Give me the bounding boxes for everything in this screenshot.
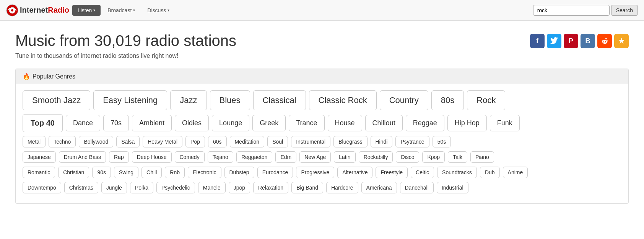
- genre-tag-new-age[interactable]: New Age: [299, 151, 331, 163]
- hero-text: Music from 30,019 radio stations Tune in…: [15, 32, 236, 59]
- genre-tag-soundtracks[interactable]: Soundtracks: [437, 167, 477, 178]
- broadcast-button[interactable]: Broadcast ▾: [102, 5, 140, 16]
- genre-tag-classical[interactable]: Classical: [253, 90, 306, 110]
- genre-tag-piano[interactable]: Piano: [470, 151, 494, 163]
- genre-tag-hip-hop[interactable]: Hip Hop: [447, 115, 487, 131]
- genre-tag-50s[interactable]: 50s: [433, 136, 451, 147]
- search-input[interactable]: [533, 5, 610, 16]
- genre-tag-oldies[interactable]: Oldies: [175, 115, 209, 131]
- genre-tag-trance[interactable]: Trance: [289, 115, 324, 131]
- broadcast-label: Broadcast: [107, 7, 132, 13]
- genre-tag-rnb[interactable]: Rnb: [165, 167, 185, 178]
- genre-tag-dub[interactable]: Dub: [480, 167, 500, 178]
- genre-tag-easy-listening[interactable]: Easy Listening: [93, 90, 167, 110]
- genre-tag-90s[interactable]: 90s: [92, 167, 111, 178]
- genre-tag-chillout[interactable]: Chillout: [365, 115, 403, 131]
- genre-tag-manele[interactable]: Manele: [198, 182, 226, 193]
- genre-tag-jazz[interactable]: Jazz: [170, 90, 207, 110]
- hero-section: Music from 30,019 radio stations Tune in…: [15, 32, 629, 59]
- twitter-icon[interactable]: [547, 34, 561, 48]
- genre-tag-dancehall[interactable]: Dancehall: [400, 182, 434, 193]
- genre-tag-industrial[interactable]: Industrial: [437, 182, 468, 193]
- genre-tag-smooth-jazz[interactable]: Smooth Jazz: [23, 90, 90, 110]
- genre-tag-instrumental[interactable]: Instrumental: [291, 136, 330, 147]
- genre-tag-dance[interactable]: Dance: [66, 115, 100, 131]
- discuss-button[interactable]: Discuss ▾: [142, 5, 175, 16]
- genre-tag-polka[interactable]: Polka: [130, 182, 153, 193]
- genre-tag-techno[interactable]: Techno: [49, 136, 76, 147]
- genre-tag-japanese[interactable]: Japanese: [23, 151, 56, 163]
- genre-tag-alternative[interactable]: Alternative: [337, 167, 372, 178]
- genre-tag-drum-and-bass[interactable]: Drum And Bass: [59, 151, 106, 163]
- listen-button[interactable]: Listen ▾: [72, 5, 101, 16]
- genre-tag-eurodance[interactable]: Eurodance: [257, 167, 293, 178]
- genre-tag-rockabilly[interactable]: Rockabilly: [359, 151, 393, 163]
- genre-tag-meditation[interactable]: Meditation: [230, 136, 265, 147]
- genre-tag-disco[interactable]: Disco: [396, 151, 419, 163]
- star-icon[interactable]: ★: [614, 34, 629, 48]
- genre-tag-progressive[interactable]: Progressive: [296, 167, 334, 178]
- genre-tag-americana[interactable]: Americana: [361, 182, 397, 193]
- genre-tag-rock[interactable]: Rock: [467, 90, 505, 110]
- genre-tag-salsa[interactable]: Salsa: [116, 136, 140, 147]
- genre-tag-soul[interactable]: Soul: [267, 136, 288, 147]
- genre-tag-top-40[interactable]: Top 40: [23, 114, 63, 132]
- genre-tag-deep-house[interactable]: Deep House: [132, 151, 172, 163]
- genre-tag-country[interactable]: Country: [380, 90, 428, 110]
- vk-icon[interactable]: B: [581, 34, 595, 48]
- genre-tag-celtic[interactable]: Celtic: [411, 167, 434, 178]
- genre-tag-relaxation[interactable]: Relaxation: [253, 182, 288, 193]
- genre-tag-freestyle[interactable]: Freestyle: [376, 167, 408, 178]
- search-button[interactable]: Search: [611, 5, 638, 16]
- genre-tag-heavy-metal[interactable]: Heavy Metal: [143, 136, 182, 147]
- genre-tag-dubstep[interactable]: Dubstep: [224, 167, 254, 178]
- discuss-caret: ▾: [168, 8, 169, 12]
- genre-tag-anime[interactable]: Anime: [503, 167, 528, 178]
- genre-tag-swing[interactable]: Swing: [114, 167, 138, 178]
- genres-header: 🔥 Popular Genres: [16, 69, 628, 84]
- genre-tag-psychedelic[interactable]: Psychedelic: [156, 182, 195, 193]
- genre-tag-christmas[interactable]: Christmas: [64, 182, 98, 193]
- genre-tag-metal[interactable]: Metal: [23, 136, 46, 147]
- genre-tag-lounge[interactable]: Lounge: [212, 115, 249, 131]
- genre-tag-christian[interactable]: Christian: [58, 167, 89, 178]
- genre-tag-latin[interactable]: Latin: [334, 151, 355, 163]
- genre-tag-hardcore[interactable]: Hardcore: [326, 182, 358, 193]
- genre-tag-bluegrass[interactable]: Bluegrass: [333, 136, 367, 147]
- genre-tag-jungle[interactable]: Jungle: [101, 182, 127, 193]
- genre-tag-rap[interactable]: Rap: [109, 151, 129, 163]
- genre-tag-romantic[interactable]: Romantic: [23, 167, 55, 178]
- genre-tag-edm[interactable]: Edm: [275, 151, 296, 163]
- genre-tag-blues[interactable]: Blues: [210, 90, 250, 110]
- genre-row-5: DowntempoChristmasJunglePolkaPsychedelic…: [23, 182, 621, 193]
- genre-tag-house[interactable]: House: [328, 115, 362, 131]
- genre-tag-greek[interactable]: Greek: [252, 115, 286, 131]
- genre-tag-comedy[interactable]: Comedy: [175, 151, 205, 163]
- genre-tag-pop[interactable]: Pop: [185, 136, 205, 147]
- genre-tag-60s[interactable]: 60s: [208, 136, 227, 147]
- genre-tag-reggaeton[interactable]: Reggaeton: [236, 151, 273, 163]
- facebook-icon[interactable]: f: [530, 34, 545, 48]
- genre-tag-80s[interactable]: 80s: [431, 90, 464, 110]
- genre-tag-jpop[interactable]: Jpop: [229, 182, 250, 193]
- pinterest-icon[interactable]: P: [564, 34, 578, 48]
- genre-tag-tejano[interactable]: Tejano: [208, 151, 233, 163]
- genre-tag-classic-rock[interactable]: Classic Rock: [309, 90, 377, 110]
- genre-tag-bollywood[interactable]: Bollywood: [79, 136, 113, 147]
- genre-tag-reggae[interactable]: Reggae: [406, 115, 444, 131]
- genre-tag-70s[interactable]: 70s: [103, 115, 129, 131]
- genres-body: Smooth JazzEasy ListeningJazzBluesClassi…: [16, 84, 628, 203]
- discuss-label: Discuss: [147, 7, 166, 13]
- genre-tag-talk[interactable]: Talk: [448, 151, 467, 163]
- genre-tag-electronic[interactable]: Electronic: [188, 167, 221, 178]
- genre-tag-funk[interactable]: Funk: [490, 115, 520, 131]
- genre-tag-kpop[interactable]: Kpop: [422, 151, 445, 163]
- genre-tag-hindi[interactable]: Hindi: [371, 136, 393, 147]
- genre-tag-downtempo[interactable]: Downtempo: [23, 182, 61, 193]
- reddit-icon[interactable]: [597, 34, 612, 48]
- genre-tag-psytrance[interactable]: Psytrance: [395, 136, 429, 147]
- genre-tag-chill[interactable]: Chill: [141, 167, 162, 178]
- genre-tag-ambient[interactable]: Ambient: [132, 115, 172, 131]
- brand-logo[interactable]: InternetRadio: [6, 4, 69, 16]
- genre-tag-big-band[interactable]: Big Band: [291, 182, 323, 193]
